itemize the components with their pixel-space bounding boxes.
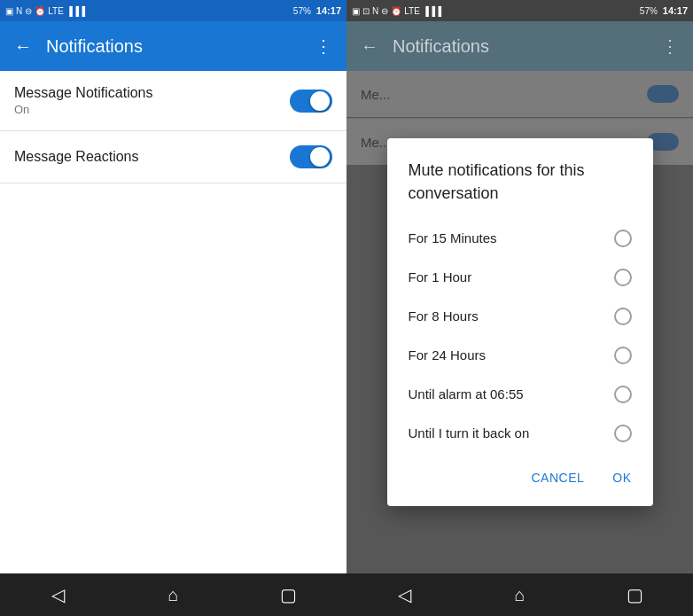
recents-nav-right[interactable]: ▢	[609, 577, 662, 612]
message-reactions-info: Message Reactions	[14, 149, 139, 165]
lte-icon-r: LTE	[404, 6, 420, 16]
back-nav-left[interactable]: ◁	[31, 577, 84, 612]
home-nav-left[interactable]: ⌂	[146, 577, 199, 612]
option-8-hours[interactable]: For 8 Hours	[387, 297, 653, 336]
app-bar-right: ← Notifications ⋮	[346, 21, 693, 71]
more-button-left[interactable]: ⋮	[308, 30, 339, 62]
nfc-icon: N	[16, 6, 22, 16]
status-icons-right-panel: ▣ ⊡ N ⊖ ⏰ LTE ▐▐▐	[352, 6, 441, 16]
page-title-right: Notifications	[393, 36, 647, 57]
bottom-nav-left: ◁ ⌂ ▢	[0, 573, 346, 616]
status-bar-right: ▣ ⊡ N ⊖ ⏰ LTE ▐▐▐ 57% 14:17	[346, 0, 693, 21]
dialog-title: Mute notifications for this conversation	[387, 160, 653, 218]
option-15-minutes-radio	[614, 230, 632, 247]
option-15-minutes-label: For 15 Minutes	[409, 230, 497, 246]
option-turn-back-on[interactable]: Until I turn it back on	[387, 414, 653, 453]
message-reactions-label: Message Reactions	[14, 149, 139, 165]
message-reactions-item[interactable]: Message Reactions	[0, 131, 346, 183]
mute-icon-r: ⊖	[381, 6, 388, 16]
status-right-right: 57% 14:17	[640, 5, 688, 16]
page-title-left: Notifications	[46, 36, 300, 57]
option-1-hour-radio	[614, 269, 632, 286]
cancel-button[interactable]: CANCEL	[524, 464, 591, 492]
option-8-hours-label: For 8 Hours	[409, 308, 479, 324]
mute-dialog: Mute notifications for this conversation…	[387, 138, 653, 505]
mute-icon: ⊖	[25, 6, 32, 16]
status-icons-left: ▣ N ⊖ ⏰ LTE ▐▐▐	[5, 6, 85, 16]
option-8-hours-radio	[614, 308, 632, 325]
lte-icon: LTE	[48, 6, 64, 16]
signal-icon: ▣	[5, 6, 13, 16]
time-left: 14:17	[316, 5, 341, 16]
message-reactions-toggle[interactable]	[290, 145, 332, 168]
dialog-overlay: Mute notifications for this conversation…	[346, 71, 693, 573]
more-button-right: ⋮	[654, 30, 686, 62]
alarm-icon: ⏰	[35, 6, 45, 16]
right-panel: ▣ ⊡ N ⊖ ⏰ LTE ▐▐▐ 57% 14:17 ← Notificati…	[346, 0, 693, 616]
ok-button[interactable]: OK	[605, 464, 638, 492]
option-alarm-radio	[614, 386, 632, 403]
message-notifications-label: Message Notifications	[14, 85, 153, 101]
battery-text: 57%	[293, 6, 311, 16]
nfc-icon-r: N	[372, 6, 378, 16]
back-button-right: ←	[354, 30, 385, 62]
back-nav-right[interactable]: ◁	[378, 577, 431, 612]
alarm-icon-r: ⏰	[391, 6, 401, 16]
option-24-hours-radio	[614, 347, 632, 364]
bars-icon: ▐▐▐	[66, 6, 85, 16]
option-alarm[interactable]: Until alarm at 06:55	[387, 375, 653, 414]
message-notifications-info: Message Notifications On	[14, 85, 153, 116]
message-notifications-item[interactable]: Message Notifications On	[0, 71, 346, 131]
dialog-actions: CANCEL OK	[387, 456, 653, 499]
option-15-minutes[interactable]: For 15 Minutes	[387, 219, 653, 258]
message-notifications-status: On	[14, 103, 153, 116]
home-nav-right[interactable]: ⌂	[493, 577, 546, 612]
left-panel: ▣ N ⊖ ⏰ LTE ▐▐▐ 57% 14:17 ← Notification…	[0, 0, 346, 616]
signal-icon-r: ▣	[352, 6, 360, 16]
back-button-left[interactable]: ←	[7, 30, 39, 62]
battery-text-right: 57%	[640, 6, 658, 16]
message-notifications-toggle[interactable]	[290, 90, 332, 113]
option-24-hours-label: For 24 Hours	[409, 347, 487, 363]
status-bar-left: ▣ N ⊖ ⏰ LTE ▐▐▐ 57% 14:17	[0, 0, 346, 21]
option-turn-back-on-label: Until I turn it back on	[409, 425, 530, 441]
option-1-hour-label: For 1 Hour	[409, 269, 472, 285]
time-right: 14:17	[663, 5, 688, 16]
option-alarm-label: Until alarm at 06:55	[409, 386, 524, 402]
recents-nav-left[interactable]: ▢	[262, 577, 315, 612]
option-1-hour[interactable]: For 1 Hour	[387, 258, 653, 297]
option-turn-back-on-radio	[614, 425, 632, 442]
app-bar-left: ← Notifications ⋮	[0, 21, 346, 71]
photo-icon-r: ⊡	[362, 6, 370, 16]
settings-list: Message Notifications On Message Reactio…	[0, 71, 346, 573]
bars-icon-r: ▐▐▐	[423, 6, 441, 16]
option-24-hours[interactable]: For 24 Hours	[387, 336, 653, 375]
right-bg-content: Me... Me... Mute notifications for this …	[346, 71, 693, 573]
status-icons-right: 57% 14:17	[293, 5, 341, 16]
bottom-nav-right: ◁ ⌂ ▢	[346, 573, 693, 616]
